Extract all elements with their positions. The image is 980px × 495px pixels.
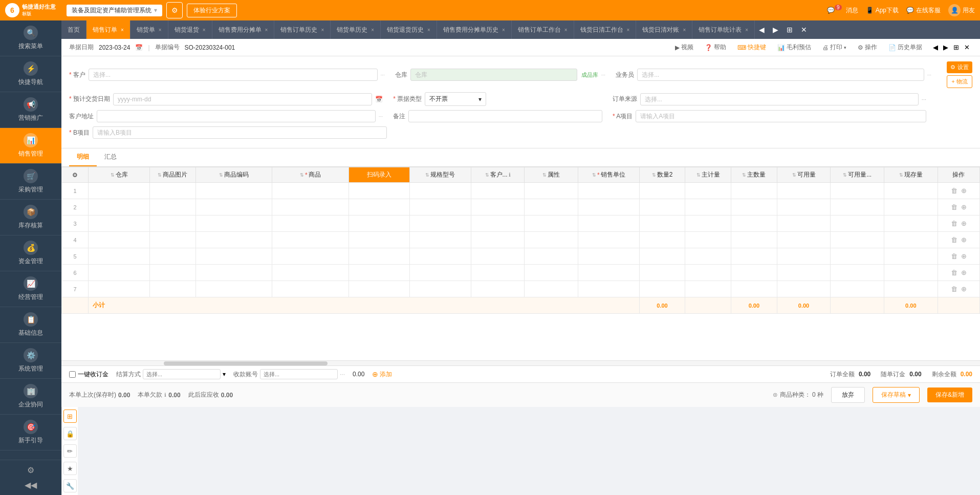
th-scan[interactable]: 扫码录入: [349, 167, 410, 183]
sidebar-item-marketing[interactable]: 📢 营销推广: [0, 92, 61, 128]
settings-icon[interactable]: ⚙: [166, 2, 183, 18]
sidebar-item-quick-nav[interactable]: ⚡ 快捷导航: [0, 56, 61, 92]
row-1-avail2[interactable]: [831, 183, 884, 199]
row-2-avail[interactable]: [777, 199, 831, 216]
sidebar-item-finance[interactable]: 💰 资金管理: [0, 235, 61, 271]
tab-sales-order-close[interactable]: ×: [121, 27, 124, 33]
order-source-input[interactable]: [640, 93, 919, 105]
row-2-scan[interactable]: [349, 199, 410, 216]
row-1-avail[interactable]: [777, 183, 831, 199]
right-panel-btn-star[interactable]: ★: [63, 462, 77, 475]
right-panel-btn-edit[interactable]: ✏: [63, 444, 77, 458]
tab-summary[interactable]: 汇总: [97, 148, 124, 166]
row-1-spec[interactable]: [410, 183, 471, 199]
row-2-main-qty[interactable]: [731, 199, 777, 216]
copy-icon-3[interactable]: ⊕: [961, 220, 967, 227]
th-unit[interactable]: ⇅*销售单位: [578, 167, 640, 183]
row-1-scan[interactable]: [349, 183, 410, 199]
scroll-bar-area[interactable]: [61, 360, 980, 365]
row-2-qty2[interactable]: [639, 199, 685, 216]
ops-btn[interactable]: ⚙ 操作: [855, 42, 880, 53]
row-2-code[interactable]: [195, 199, 272, 216]
sidebar-item-guide[interactable]: 🎯 新手引导: [0, 415, 61, 450]
system-name-box[interactable]: 装备及固定资产辅助管理系统 ▾: [67, 5, 162, 16]
tab-sales-return-close[interactable]: ×: [203, 27, 206, 33]
row-2-attr[interactable]: [525, 199, 578, 216]
tab-prev-btn[interactable]: ◀: [755, 20, 769, 39]
th-avail2[interactable]: ⇅可用量...: [831, 167, 884, 183]
row-1-main-qty[interactable]: [731, 183, 777, 199]
row-1-unit[interactable]: [578, 183, 640, 199]
sidebar-item-base[interactable]: 📋 基础信息: [0, 307, 61, 343]
row-2-spec[interactable]: [410, 199, 471, 216]
print-btn[interactable]: 🖨 打印 ▾: [819, 42, 850, 53]
discard-button[interactable]: 放弃: [831, 387, 865, 403]
row-2-stock[interactable]: [884, 199, 938, 216]
delete-icon-6[interactable]: 🗑: [951, 269, 957, 276]
tab-daily-account[interactable]: 钱货日清对账 ×: [636, 20, 692, 39]
tab-invoice-history[interactable]: 销货单历史 ×: [331, 20, 381, 39]
th-attr[interactable]: ⇅属性: [525, 167, 578, 183]
shortcut-btn[interactable]: ⌨ 快捷键: [734, 42, 769, 53]
tab-order-history[interactable]: 销售订单历史 ×: [274, 20, 331, 39]
profit-btn[interactable]: 📊 毛利预估: [774, 42, 814, 53]
one-click-checkbox[interactable]: [69, 371, 76, 378]
scroll-thumb[interactable]: [164, 361, 328, 365]
warehouse-dots[interactable]: ···: [601, 72, 605, 78]
sidebar-item-system[interactable]: ⚙️ 系统管理: [0, 343, 61, 379]
delete-icon-1[interactable]: 🗑: [951, 187, 957, 195]
row-1-attr[interactable]: [525, 183, 578, 199]
note-input[interactable]: [408, 110, 602, 122]
collapse-icon[interactable]: ◀◀: [25, 480, 37, 490]
calendar-icon[interactable]: 📅: [135, 44, 143, 51]
view-btn[interactable]: ▶ 视频: [672, 42, 696, 53]
delivery-input[interactable]: [113, 93, 372, 105]
sidebar-item-sales[interactable]: 📊 销售管理: [0, 128, 61, 164]
customer-dots[interactable]: ···: [381, 72, 385, 78]
right-panel-btn-lock[interactable]: 🔒: [63, 427, 77, 440]
tab-home[interactable]: 首页: [61, 20, 86, 39]
row-2-main-unit[interactable]: [685, 199, 731, 216]
th-settings[interactable]: ⚙: [62, 167, 89, 183]
add-logistics-btn[interactable]: + 物流: [947, 75, 972, 88]
th-stock[interactable]: ⇅现存量: [884, 167, 938, 183]
th-spec[interactable]: ⇅规格型号: [410, 167, 471, 183]
row-1-stock[interactable]: [884, 183, 938, 199]
staff-dots[interactable]: ···: [927, 72, 931, 78]
nav-next-icon[interactable]: ▶: [941, 42, 951, 52]
grid-view-icon[interactable]: ⊞: [951, 42, 962, 52]
th-product[interactable]: ⇅*商品: [272, 167, 349, 183]
delete-icon-3[interactable]: 🗑: [951, 220, 957, 227]
tab-expense-history-close[interactable]: ×: [502, 27, 505, 33]
delete-icon-4[interactable]: 🗑: [951, 236, 957, 244]
tab-next-btn[interactable]: ▶: [769, 20, 782, 39]
save-draft-button[interactable]: 保存草稿 ▾: [873, 387, 920, 403]
tab-return-history[interactable]: 销货退货历史 ×: [381, 20, 437, 39]
row-2-unit[interactable]: [578, 199, 640, 216]
tab-invoice-history-close[interactable]: ×: [371, 27, 374, 33]
row-1-img[interactable]: [149, 183, 195, 199]
sidebar-item-inventory[interactable]: 📦 库存核算: [0, 200, 61, 235]
history-btn[interactable]: 📄 历史单据: [885, 42, 925, 53]
tab-daily-workbench[interactable]: 钱货日清工作台 ×: [574, 20, 637, 39]
copy-icon-7[interactable]: ⊕: [961, 285, 967, 293]
payment-input[interactable]: [143, 369, 221, 379]
row-1-customer[interactable]: [471, 183, 525, 199]
copy-icon-5[interactable]: ⊕: [961, 252, 967, 260]
invoice-select[interactable]: 不开票 ▾: [425, 92, 486, 106]
row-2-customer[interactable]: [471, 199, 525, 216]
address-dots[interactable]: ···: [379, 114, 383, 119]
settings-bottom-icon[interactable]: ⚙: [27, 465, 34, 475]
right-panel-btn-tool[interactable]: 🔧: [63, 479, 77, 492]
row-2-avail2[interactable]: [831, 199, 884, 216]
copy-icon-6[interactable]: ⊕: [961, 269, 967, 276]
copy-icon-2[interactable]: ⊕: [961, 203, 967, 211]
add-btn[interactable]: ⊕ 添加: [372, 370, 392, 379]
close-doc-icon[interactable]: ✕: [962, 42, 972, 52]
account-input[interactable]: [260, 369, 338, 379]
th-avail[interactable]: ⇅可用量: [777, 167, 831, 183]
th-main-unit[interactable]: ⇅主计量: [685, 167, 731, 183]
help-btn[interactable]: ❓ 帮助: [702, 42, 729, 53]
tab-order-stats[interactable]: 销售订单统计表 ×: [692, 20, 755, 39]
row-2-img[interactable]: [149, 199, 195, 216]
